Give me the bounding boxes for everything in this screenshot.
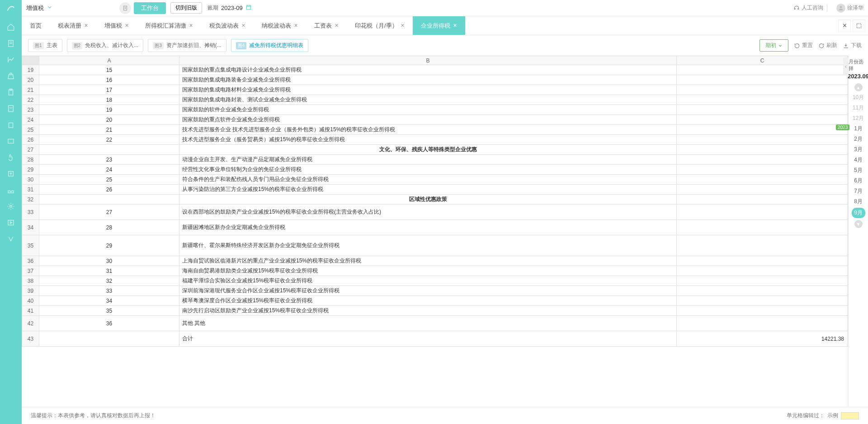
cell-a[interactable]: 23 [39, 155, 179, 165]
nav-inbox-icon[interactable] [0, 182, 22, 198]
close-icon[interactable]: ✕ [453, 23, 457, 29]
cell-a[interactable]: 16 [39, 75, 179, 85]
nav-doc-icon[interactable] [0, 35, 22, 52]
month-item[interactable]: 7月 [849, 186, 868, 196]
month-up-button[interactable]: ▲ [854, 83, 863, 91]
row-header[interactable]: 33 [22, 205, 39, 220]
cell-c[interactable] [677, 185, 848, 195]
row-header[interactable]: 37 [22, 266, 39, 276]
cell-a[interactable]: 33 [39, 286, 179, 296]
cell-c[interactable] [677, 145, 848, 155]
month-item[interactable]: 9月 [852, 208, 865, 218]
cell-b[interactable]: 新疆喀什、霍尔果斯特殊经济开发区新办企业定期免征企业所得税 [179, 235, 677, 256]
row-header[interactable]: 34 [22, 220, 39, 235]
cell-b[interactable]: 深圳前海深港现代服务业合作区企业减按15%税率征收企业所得税 [179, 286, 677, 296]
cell-c[interactable] [677, 296, 848, 306]
cell-a[interactable]: 22 [39, 135, 179, 145]
month-item[interactable]: 11月 [849, 103, 868, 113]
switch-old-button[interactable]: 切到旧版 [170, 2, 202, 14]
cell-b[interactable]: 其他 其他 [179, 316, 677, 331]
row-header[interactable]: 30 [22, 175, 39, 185]
row-header[interactable]: 25 [22, 125, 39, 135]
nav-chart-icon[interactable] [0, 52, 22, 68]
cell-c[interactable] [677, 165, 848, 175]
row-header[interactable]: 21 [22, 85, 39, 95]
cell-a[interactable]: 19 [39, 105, 179, 115]
cell-b[interactable]: 国家鼓励的重点集成电路设计企业减免企业所得税 [179, 65, 677, 75]
cell-c[interactable] [677, 105, 848, 115]
nav-play-icon[interactable] [0, 214, 22, 231]
cell-a[interactable]: 29 [39, 235, 179, 256]
row-header[interactable]: 22 [22, 95, 39, 105]
row-header[interactable]: 40 [22, 296, 39, 306]
month-item[interactable]: 12月 [849, 113, 868, 124]
month-item[interactable]: 4月 [849, 155, 868, 165]
initial-period-button[interactable]: 期初 [760, 39, 788, 52]
col-header-b[interactable]: B [179, 56, 677, 65]
cell-c[interactable] [677, 95, 848, 105]
cell-b[interactable]: 动漫企业自主开发、生产动漫产品定期减免企业所得税 [179, 155, 677, 165]
cell-b[interactable]: 技术先进型服务企业 技术先进型服务企业（服务外包类）减按15%的税率征收企业所得… [179, 125, 677, 135]
cell-c[interactable] [677, 286, 848, 296]
nav-settings-icon[interactable] [0, 198, 22, 214]
nav-clipboard-icon[interactable] [0, 84, 22, 100]
close-all-tabs-button[interactable]: ✕ [838, 19, 851, 32]
cell-c[interactable] [677, 75, 848, 85]
cell-a[interactable]: 30 [39, 256, 179, 266]
cell-b[interactable]: 合计 [179, 331, 677, 347]
cell-b[interactable]: 区域性优惠政策 [179, 195, 677, 205]
cell-a[interactable] [39, 331, 179, 347]
cell-b[interactable]: 国家鼓励的集成电路材料企业减免企业所得税 [179, 85, 677, 95]
row-header[interactable]: 43 [22, 331, 39, 347]
tab-7[interactable]: 印花税（月/季）✕ [347, 16, 413, 35]
close-icon[interactable]: ✕ [125, 23, 129, 29]
cell-c[interactable] [677, 125, 848, 135]
document-circle-button[interactable] [119, 2, 131, 14]
refresh-button[interactable]: 刷新 [818, 42, 837, 49]
cell-c[interactable] [677, 65, 848, 75]
close-icon[interactable]: ✕ [335, 23, 339, 29]
cell-a[interactable]: 28 [39, 220, 179, 235]
spreadsheet[interactable]: A B C 1915国家鼓励的重点集成电路设计企业减免企业所得税2016国家鼓励… [22, 56, 848, 407]
expand-tabs-button[interactable] [853, 19, 865, 32]
cell-c[interactable] [677, 155, 848, 165]
user-menu[interactable]: 徐泽华 [836, 4, 863, 13]
cell-b[interactable]: 设在西部地区的鼓励类产业企业减按15%的税率征收企业所得税(主营业务收入占比) [179, 205, 677, 220]
cell-a[interactable]: 18 [39, 95, 179, 105]
cell-a[interactable]: 21 [39, 125, 179, 135]
row-header[interactable]: 39 [22, 286, 39, 296]
consult-button[interactable]: 人工咨询 [793, 4, 823, 12]
nav-building-icon[interactable] [0, 117, 22, 133]
cell-b[interactable]: 文化、环保、残疾人等特殊类型企业优惠 [179, 145, 677, 155]
cell-b[interactable]: 技术先进型服务企业（服务贸易类）减按15%的税率征收企业所得税 [179, 135, 677, 145]
tab-1[interactable]: 税表清册✕ [50, 16, 96, 35]
cell-b[interactable]: 国家鼓励的软件企业减免企业所得税 [179, 105, 677, 115]
month-item[interactable]: 5月 [849, 165, 868, 176]
cell-c[interactable] [677, 220, 848, 235]
cell-b[interactable]: 横琴粤澳深度合作区企业减按15%税率征收企业所得税 [179, 296, 677, 306]
tab-8[interactable]: 企业所得税✕ [413, 16, 465, 35]
cell-b[interactable]: 国家鼓励的集成电路装备企业减免企业所得税 [179, 75, 677, 85]
cell-a[interactable]: 32 [39, 276, 179, 286]
row-header[interactable]: 24 [22, 115, 39, 125]
month-item[interactable]: 2月 [849, 134, 868, 144]
cell-b[interactable]: 南沙先行启动区鼓励类产业企业减按15%税率征收企业所得税 [179, 306, 677, 316]
cell-a[interactable]: 27 [39, 205, 179, 220]
row-header[interactable]: 28 [22, 155, 39, 165]
row-header[interactable]: 38 [22, 276, 39, 286]
month-item[interactable]: 6月 [849, 176, 868, 186]
cell-a[interactable]: 25 [39, 175, 179, 185]
cell-c[interactable] [677, 205, 848, 220]
cell-c[interactable] [677, 85, 848, 95]
cell-a[interactable]: 24 [39, 165, 179, 175]
subtab-0[interactable]: 图1主表 [28, 39, 62, 52]
tab-6[interactable]: 工资表✕ [306, 16, 347, 35]
subtab-1[interactable]: 图2免税收入、减计收入... [67, 39, 144, 52]
close-icon[interactable]: ✕ [241, 23, 245, 29]
nav-calc-icon[interactable] [0, 100, 22, 117]
cell-b[interactable]: 福建平潭综合实验区企业减按15%税率征收企业所得税 [179, 276, 677, 286]
cell-a[interactable] [39, 145, 179, 155]
col-header-a[interactable]: A [39, 56, 179, 65]
subtab-3[interactable]: 图4减免所得税优惠明细表 [231, 39, 309, 52]
tab-0[interactable]: 首页 [22, 16, 50, 35]
